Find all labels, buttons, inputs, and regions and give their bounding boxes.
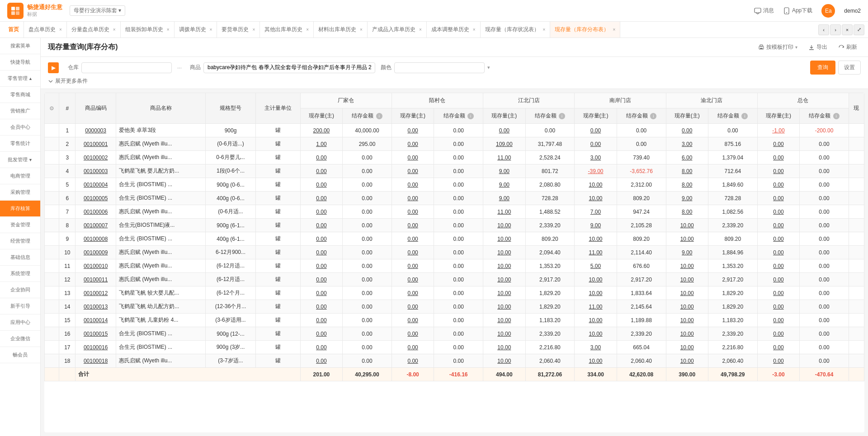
info-icon[interactable]: i	[741, 113, 748, 119]
row-total-qty[interactable]: 0.00	[757, 164, 799, 178]
industry-selector[interactable]: 母婴行业演示陈套 ▾	[70, 5, 125, 16]
row-nanan-qty[interactable]: -39.00	[575, 164, 617, 178]
row-factory-qty[interactable]: 0.00	[300, 164, 342, 178]
info-icon[interactable]: i	[376, 113, 382, 119]
row-mucun-qty[interactable]: 0.00	[392, 205, 434, 219]
row-mucun-qty[interactable]: 0.00	[392, 246, 434, 259]
row-factory-qty[interactable]: 0.00	[300, 246, 342, 259]
goods-input[interactable]	[203, 62, 375, 73]
row-mucun-qty[interactable]: 0.00	[392, 314, 434, 327]
row-mucun-qty[interactable]: 0.00	[392, 259, 434, 273]
row-factory-qty[interactable]: 0.00	[300, 327, 342, 341]
row-yubei-qty[interactable]: 9.00	[666, 192, 708, 205]
color-input[interactable]	[394, 62, 485, 73]
sidebar-item-ecommerce[interactable]: 电商管理	[0, 168, 40, 184]
row-jiangbei-qty[interactable]: 11.00	[483, 205, 525, 219]
tab-chengpin[interactable]: 产成品入库单历史 ×	[368, 22, 427, 38]
tab-home[interactable]: 首页	[4, 22, 24, 38]
row-total-qty[interactable]: 0.00	[757, 205, 799, 219]
row-jiangbei-qty[interactable]: 11.00	[483, 151, 525, 164]
row-jiangbei-qty[interactable]: 0.00	[483, 124, 525, 137]
close-icon[interactable]: ×	[167, 27, 170, 32]
row-code[interactable]: 00100005	[75, 192, 116, 205]
row-yubei-qty[interactable]: 10.00	[666, 273, 708, 286]
row-total-qty[interactable]: 0.00	[757, 300, 799, 314]
print-btn[interactable]: 按模板打印 ▾	[755, 42, 801, 53]
row-total-qty[interactable]: 0.00	[757, 259, 799, 273]
sidebar-item-operation[interactable]: 经营管理	[0, 233, 40, 249]
nav-expand-btn[interactable]: ⤢	[854, 24, 864, 35]
row-mucun-qty[interactable]: 0.00	[392, 341, 434, 354]
row-total-qty[interactable]: 0.00	[757, 151, 799, 164]
row-nanan-qty[interactable]: 10.00	[575, 286, 617, 300]
row-factory-qty[interactable]: 0.00	[300, 314, 342, 327]
row-jiangbei-qty[interactable]: 10.00	[483, 300, 525, 314]
row-total-qty[interactable]: 0.00	[757, 354, 799, 368]
setting-btn[interactable]: 设置	[838, 61, 861, 75]
warehouse-ellipsis-btn[interactable]: ···	[175, 65, 184, 71]
row-jiangbei-qty[interactable]: 10.00	[483, 286, 525, 300]
row-code[interactable]: 00100011	[75, 273, 116, 286]
row-nanan-qty[interactable]: 5.00	[575, 259, 617, 273]
row-jiangbei-qty[interactable]: 10.00	[483, 259, 525, 273]
row-factory-qty[interactable]: 200.00	[300, 124, 342, 137]
row-jiangbei-qty[interactable]: 109.00	[483, 137, 525, 151]
sidebar-item-retail-stat[interactable]: 零售统计	[0, 136, 40, 152]
row-factory-qty[interactable]: 0.00	[300, 205, 342, 219]
app-download-btn[interactable]: App下载	[783, 7, 812, 14]
row-nanan-qty[interactable]: 10.00	[575, 327, 617, 341]
row-mucun-qty[interactable]: 0.00	[392, 219, 434, 232]
sidebar-item-member2[interactable]: 畅会员	[0, 347, 40, 363]
row-yubei-qty[interactable]: 10.00	[666, 232, 708, 246]
row-jiangbei-qty[interactable]: 10.00	[483, 354, 525, 368]
col-gear[interactable]: ⚙	[45, 93, 59, 124]
row-yubei-qty[interactable]: 10.00	[666, 327, 708, 341]
row-mucun-qty[interactable]: 0.00	[392, 151, 434, 164]
row-code[interactable]: 00100008	[75, 232, 116, 246]
row-nanan-qty[interactable]: 7.00	[575, 205, 617, 219]
row-code[interactable]: 00100004	[75, 178, 116, 192]
row-total-qty[interactable]: 0.00	[757, 192, 799, 205]
row-factory-qty[interactable]: 1.00	[300, 137, 342, 151]
row-code[interactable]: 00100018	[75, 354, 116, 368]
tab-fenpandian[interactable]: 分量盘点单历史 ×	[67, 22, 121, 38]
row-yubei-qty[interactable]: 10.00	[666, 341, 708, 354]
row-jiangbei-qty[interactable]: 10.00	[483, 232, 525, 246]
row-nanan-qty[interactable]: 10.00	[575, 192, 617, 205]
row-yubei-qty[interactable]: 10.00	[666, 300, 708, 314]
sidebar-item-apps[interactable]: 应用中心	[0, 314, 40, 331]
row-mucun-qty[interactable]: 0.00	[392, 164, 434, 178]
row-nanan-qty[interactable]: 0.00	[575, 124, 617, 137]
row-code[interactable]: 00100012	[75, 286, 116, 300]
close-icon[interactable]: ×	[360, 27, 363, 32]
row-total-qty[interactable]: 0.00	[757, 178, 799, 192]
row-yubei-qty[interactable]: 8.00	[666, 205, 708, 219]
sidebar-item-wholesale[interactable]: 批发管理 ▼	[0, 152, 40, 168]
close-icon[interactable]: ×	[613, 27, 615, 32]
sidebar-item-purchase[interactable]: 采购管理	[0, 184, 40, 201]
tab-xiancunliang-dist[interactable]: 现存量（库存分布表） ×	[550, 22, 620, 38]
tab-qitachuku[interactable]: 其他出库单历史 ×	[260, 22, 314, 38]
tab-liaochuku[interactable]: 材料出库单历史 ×	[314, 22, 368, 38]
row-mucun-qty[interactable]: 0.00	[392, 300, 434, 314]
row-nanan-qty[interactable]: 0.00	[575, 137, 617, 151]
row-code[interactable]: 00100013	[75, 300, 116, 314]
row-code[interactable]: 0000003	[75, 124, 116, 137]
close-icon[interactable]: ×	[210, 27, 212, 32]
row-jiangbei-qty[interactable]: 10.00	[483, 246, 525, 259]
row-mucun-qty[interactable]: 0.00	[392, 178, 434, 192]
row-nanan-qty[interactable]: 11.00	[575, 246, 617, 259]
row-jiangbei-qty[interactable]: 10.00	[483, 273, 525, 286]
row-nanan-qty[interactable]: 9.00	[575, 219, 617, 232]
nav-next-btn[interactable]: ›	[830, 24, 841, 35]
message-btn[interactable]: 消息	[754, 7, 774, 14]
row-mucun-qty[interactable]: 0.00	[392, 327, 434, 341]
row-mucun-qty[interactable]: 0.00	[392, 124, 434, 137]
row-total-qty[interactable]: 0.00	[757, 341, 799, 354]
close-icon[interactable]: ×	[252, 27, 255, 32]
row-yubei-qty[interactable]: 8.00	[666, 164, 708, 178]
row-factory-qty[interactable]: 0.00	[300, 232, 342, 246]
info-icon[interactable]: i	[833, 113, 840, 119]
row-yubei-qty[interactable]: 0.00	[666, 124, 708, 137]
row-yubei-qty[interactable]: 9.00	[666, 246, 708, 259]
